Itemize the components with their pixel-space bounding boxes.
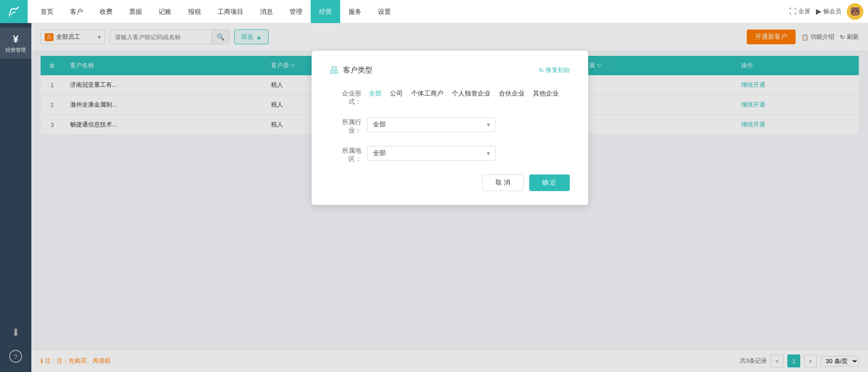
industry-select[interactable]: 全部 ▾ [367,117,496,132]
enterprise-option-company[interactable]: 公司 [388,89,405,99]
sidebar-bottom: ⬇ ? [0,323,31,363]
modal-header: 品 客户类型 ↻ 恢复初始 [330,65,570,76]
cancel-button[interactable]: 取 消 [482,174,524,191]
avatar[interactable]: 🐻 [847,3,863,20]
nav-manage[interactable]: 管理 [281,0,311,23]
industry-select-container: 全部 ▾ [367,117,570,132]
right-actions: ⛶ 全屏 ▶ 畅会员 🐻 [789,3,863,20]
modal-icon: 品 [330,65,338,76]
download-icon[interactable]: ⬇ [8,323,24,342]
fullscreen-label: 全屏 [798,7,810,16]
enterprise-option-partnership[interactable]: 合伙企业 [497,89,526,99]
region-select-container: 全部 ▾ [367,146,570,161]
sidebar-item-operation[interactable]: ¥ 经营管理 [0,28,31,59]
modal-overlay: 品 客户类型 ↻ 恢复初始 企业形式： 全部 公司 个体工商户 个人独资企业 合… [31,23,868,372]
enterprise-form-row: 企业形式： 全部 公司 个体工商户 个人独资企业 合伙企业 其他企业 [330,89,570,106]
enterprise-option-sole[interactable]: 个人独资企业 [450,89,492,99]
industry-form-row: 所属行业： 全部 ▾ [330,117,570,135]
region-dropdown-icon: ▾ [487,150,490,157]
nav-items: 首页 客户 收费 票据 记账 报税 工商项目 消息 管理 经营 服务 设置 [28,0,789,23]
industry-dropdown-icon: ▾ [487,121,490,128]
enterprise-form-label: 企业形式： [330,89,367,106]
region-label-text: 所属地区： [342,147,361,162]
industry-value: 全部 [373,120,386,129]
vip-icon: ▶ [816,7,821,16]
filter-modal: 品 客户类型 ↻ 恢复初始 企业形式： 全部 公司 个体工商户 个人独资企业 合… [312,51,588,205]
modal-title: 品 客户类型 [330,65,372,76]
reset-button[interactable]: ↻ 恢复初始 [539,66,570,74]
top-nav: 首页 客户 收费 票据 记账 报税 工商项目 消息 管理 经营 服务 设置 ⛶ … [0,0,868,23]
enterprise-type-options: 全部 公司 个体工商户 个人独资企业 合伙企业 其他企业 [367,89,570,99]
enterprise-option-all[interactable]: 全部 [367,89,384,99]
nav-home[interactable]: 首页 [32,0,62,23]
region-form-row: 所属地区： 全部 ▾ [330,146,570,163]
reset-label: 恢复初始 [546,66,570,74]
fullscreen-icon: ⛶ [789,7,797,16]
reset-icon: ↻ [539,67,544,74]
nav-settings[interactable]: 设置 [370,0,399,23]
nav-business[interactable]: 工商项目 [209,0,252,23]
fullscreen-button[interactable]: ⛶ 全屏 [789,7,810,16]
vip-button[interactable]: ▶ 畅会员 [816,7,841,16]
sidebar-item-label: 经营管理 [6,47,26,53]
nav-bookkeeping[interactable]: 记账 [150,0,180,23]
region-value: 全部 [373,149,386,157]
logo [0,0,28,23]
yuan-icon: ¥ [13,33,18,45]
modal-footer: 取 消 确 定 [330,174,570,191]
nav-tax[interactable]: 报税 [180,0,209,23]
nav-fee[interactable]: 收费 [91,0,121,23]
modal-title-text: 客户类型 [343,66,372,75]
enterprise-options-container: 全部 公司 个体工商户 个人独资企业 合伙企业 其他企业 [367,89,570,99]
nav-operation[interactable]: 经营 [311,0,340,23]
help-icon[interactable]: ? [9,350,22,363]
industry-form-label: 所属行业： [330,117,367,135]
sidebar: ¥ 经营管理 ⬇ ? [0,23,31,372]
region-select[interactable]: 全部 ▾ [367,146,496,161]
confirm-button[interactable]: 确 定 [529,174,570,191]
nav-message[interactable]: 消息 [252,0,281,23]
enterprise-option-individual[interactable]: 个体工商户 [409,89,445,99]
nav-service[interactable]: 服务 [340,0,370,23]
vip-label: 畅会员 [823,7,841,16]
enterprise-label-text: 企业形式： [342,90,361,105]
nav-customer[interactable]: 客户 [62,0,91,23]
enterprise-option-other[interactable]: 其他企业 [531,89,561,99]
region-form-label: 所属地区： [330,146,367,163]
industry-label-text: 所属行业： [342,118,361,134]
nav-ticket[interactable]: 票据 [121,0,150,23]
